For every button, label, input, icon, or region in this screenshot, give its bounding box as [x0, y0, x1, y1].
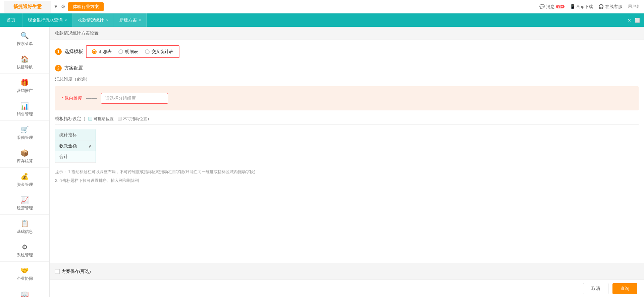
radio-crosstab-label: 交叉统计表	[152, 49, 173, 55]
sidebar-label-5: 库存核算	[17, 158, 33, 164]
sidebar-item-4[interactable]: 🛒采购管理	[0, 121, 49, 144]
logo-text: 畅捷通好生意	[13, 4, 42, 10]
action-bar: 取消 查询	[50, 280, 644, 297]
dimension-input[interactable]: 请选择分组维度	[101, 93, 168, 104]
sidebar-label-9: 系统管理	[17, 252, 33, 258]
tab-new-plan[interactable]: 新建方案 ×	[114, 13, 147, 27]
nav-right-controls: ✕ ⬜	[624, 13, 644, 27]
sidebar-icon-9: ⚙	[22, 243, 28, 251]
query-button[interactable]: 查询	[612, 283, 637, 294]
message-item[interactable]: 💬 消息 99+	[539, 4, 565, 10]
gear-icon[interactable]: ⚙	[61, 3, 65, 10]
metrics-amount-value: 收款金额	[59, 143, 77, 149]
sidebar-icon-0: 🔍	[20, 32, 29, 40]
hints-area: 提示： 1.拖动标题栏可以调整布局，不可跨维度或指标区域拖动栏目字段(只能在同一…	[55, 168, 639, 184]
metrics-row-total: 合计	[55, 151, 96, 163]
section2-title: 方案配置	[64, 65, 83, 71]
sidebar-item-9[interactable]: ⚙系统管理	[0, 238, 49, 262]
metrics-section-title: 模板指标设定（	[55, 116, 86, 122]
sidebar: 🔍搜索菜单🏠快捷导航🎁营销推广📊销售管理🛒采购管理📦库存核算💰资金管理📈经营管理…	[0, 27, 50, 297]
sidebar-icon-4: 🛒	[20, 126, 29, 134]
page-body: 1 选择模板 汇总表 明细表 交叉统计表	[50, 40, 644, 263]
section2-header: 2 方案配置	[55, 65, 639, 71]
radio-summary[interactable]: 汇总表	[92, 49, 112, 55]
plan-config: 汇总维度（必选） 纵向维度 —— 请选择分组维度 模板指标设定（	[55, 76, 639, 184]
metrics-chevron-icon[interactable]: ∨	[88, 144, 92, 149]
sidebar-icon-7: 📈	[20, 196, 29, 204]
sidebar-item-1[interactable]: 🏠快捷导航	[0, 50, 49, 74]
download-label: App下载	[577, 4, 593, 10]
cancel-button[interactable]: 取消	[583, 283, 608, 294]
tab-receipts-close[interactable]: ×	[106, 18, 108, 22]
sidebar-item-0[interactable]: 🔍搜索菜单	[0, 27, 49, 50]
topbar-dropdown-icon[interactable]: ▼	[54, 4, 58, 9]
save-checkbox-label[interactable]: 方案保存(可选)	[55, 268, 91, 275]
metrics-stats-header: 统计指标	[55, 129, 96, 141]
sidebar-icon-8: 📋	[20, 219, 29, 228]
service-label: 在线客服	[605, 4, 623, 10]
service-icon: 🎧	[598, 4, 604, 9]
section-template: 1 选择模板 汇总表 明细表 交叉统计表	[55, 45, 639, 58]
content-area: 收款情况统计方案设置 1 选择模板 汇总表 明细表	[50, 27, 644, 297]
radio-crosstab-circle[interactable]	[145, 49, 150, 54]
radio-summary-circle[interactable]	[92, 49, 97, 54]
tab-receipts[interactable]: 收款情况统计 ×	[72, 13, 114, 27]
metrics-legend: 可拖动位置 不可拖动位置）	[88, 116, 151, 122]
sidebar-item-10[interactable]: 🤝企业协同	[0, 262, 49, 285]
message-icon: 💬	[539, 4, 545, 9]
sidebar-icon-10: 🤝	[20, 266, 29, 275]
service-item[interactable]: 🎧 在线客服	[598, 4, 623, 10]
tab-home[interactable]: 首页	[0, 13, 22, 27]
window-close-icon[interactable]: ✕	[628, 18, 631, 23]
sidebar-item-3[interactable]: 📊销售管理	[0, 97, 49, 121]
download-icon: 📱	[570, 4, 575, 9]
sidebar-label-10: 企业协同	[17, 276, 33, 282]
section1-title: 选择模板	[64, 49, 83, 55]
sidebar-label-8: 基础信息	[17, 229, 33, 235]
sidebar-icon-1: 🏠	[20, 55, 29, 63]
tab-new-plan-label: 新建方案	[119, 17, 137, 23]
radio-crosstab[interactable]: 交叉统计表	[145, 49, 173, 55]
dimension-row: 纵向维度 —— 请选择分组维度	[62, 93, 632, 104]
save-label: 方案保存(可选)	[62, 268, 91, 275]
sidebar-item-2[interactable]: 🎁营销推广	[0, 74, 49, 97]
dimension-arrow-icon: ——	[86, 95, 97, 101]
legend-non-draggable-dot	[118, 117, 122, 121]
radio-detail[interactable]: 明细表	[118, 49, 138, 55]
radio-detail-label: 明细表	[125, 49, 138, 55]
sidebar-item-8[interactable]: 📋基础信息	[0, 215, 49, 238]
legend-draggable-dot	[88, 117, 92, 121]
hint1: 提示： 1.拖动标题栏可以调整布局，不可跨维度或指标区域拖动栏目字段(只能在同一…	[55, 168, 639, 176]
section-config: 2 方案配置 汇总维度（必选） 纵向维度 —— 请选择分组维度	[55, 65, 639, 184]
user-text: 用户名	[628, 4, 640, 9]
legend-draggable: 可拖动位置	[88, 116, 114, 122]
legend-non-draggable-label: 不可拖动位置）	[123, 116, 151, 122]
window-maximize-icon[interactable]: ⬜	[635, 18, 640, 23]
sidebar-item-6[interactable]: 💰资金管理	[0, 168, 49, 191]
sidebar-item-7[interactable]: 📈经营管理	[0, 191, 49, 215]
tab-receipts-label: 收款情况统计	[78, 17, 104, 23]
save-checkbox-box[interactable]	[55, 269, 60, 274]
metrics-sub-label: 合计	[59, 154, 68, 159]
sidebar-item-5[interactable]: 📦库存核算	[0, 144, 49, 168]
topbar-right: 💬 消息 99+ 📱 App下载 🎧 在线客服 用户名	[539, 4, 640, 10]
sidebar-item-11[interactable]: 📖新手引导	[0, 285, 49, 297]
message-label: 消息	[546, 4, 555, 10]
section1-num: 1	[55, 48, 62, 55]
tab-new-plan-close[interactable]: ×	[139, 18, 141, 22]
tab-cashflow-label: 现金银行流水查询	[28, 17, 63, 23]
download-item[interactable]: 📱 App下载	[570, 4, 593, 10]
logo: 畅捷通好生意	[4, 1, 51, 13]
sidebar-icon-11: 📖	[20, 290, 29, 297]
metrics-cell-amount[interactable]: 收款金额 ∨	[55, 141, 96, 151]
tab-cashflow-close[interactable]: ×	[65, 18, 67, 22]
vertical-dim-label: 纵向维度	[62, 95, 82, 101]
sidebar-icon-3: 📊	[20, 102, 29, 110]
tab-cashflow[interactable]: 现金银行流水查询 ×	[22, 13, 72, 27]
radio-detail-circle[interactable]	[118, 49, 123, 54]
sidebar-icon-5: 📦	[20, 149, 29, 157]
trial-button[interactable]: 体验行业方案	[68, 2, 104, 11]
legend-draggable-label: 可拖动位置	[94, 116, 114, 122]
tab-home-label: 首页	[7, 17, 15, 23]
template-select-group: 汇总表 明细表 交叉统计表	[86, 45, 179, 58]
